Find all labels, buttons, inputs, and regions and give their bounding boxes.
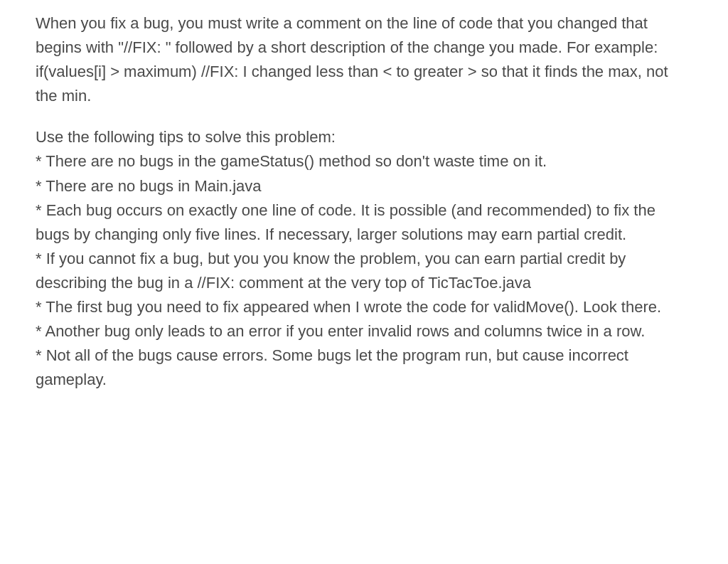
tip-item: * There are no bugs in Main.java: [36, 174, 692, 198]
tip-item: * There are no bugs in the gameStatus() …: [36, 149, 692, 174]
tip-item: * Another bug only leads to an error if …: [36, 319, 692, 344]
tips-header: Use the following tips to solve this pro…: [36, 125, 692, 149]
tip-item: * Not all of the bugs cause errors. Some…: [36, 344, 692, 392]
intro-example: if(values[i] > maximum) //FIX: I changed…: [36, 63, 668, 105]
tip-item: * Each bug occurs on exactly one line of…: [36, 198, 692, 247]
tip-item: * If you cannot fix a bug, but you you k…: [36, 247, 692, 295]
intro-sentence: When you fix a bug, you must write a com…: [36, 14, 658, 56]
tip-item: * The first bug you need to fix appeared…: [36, 295, 692, 319]
tips-section: Use the following tips to solve this pro…: [36, 125, 692, 392]
intro-paragraph: When you fix a bug, you must write a com…: [36, 11, 692, 108]
